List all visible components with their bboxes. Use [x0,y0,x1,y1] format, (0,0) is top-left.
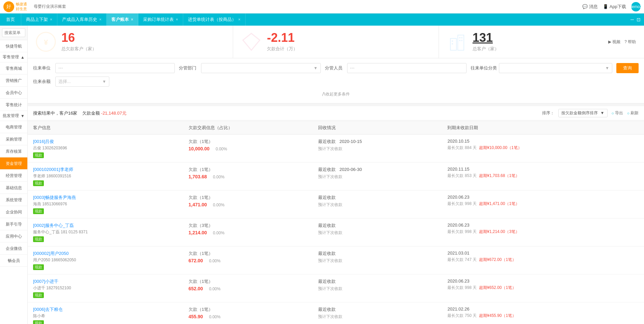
sidebar-item-retail-mgmt[interactable]: 零售管理 ▲ [0,52,27,62]
customer-name-3[interactable]: [0002]服务中心_丁磊 [33,223,178,229]
tab-product-shelf[interactable]: 商品上下架 × [21,13,57,26]
customer-name-2[interactable]: [0003]畅捷服务尹海燕 [33,195,178,201]
overdue-amount-3[interactable]: 超期¥1,214.00（3笔） [479,229,520,234]
video-action-btn[interactable]: ▶ 视频 [608,39,620,45]
tab-purchase-order-close[interactable]: × [176,17,178,22]
customer-tag-4: 现款 [33,264,44,270]
customer-phone-5: 小进千 18279152100 [33,285,178,291]
sidebar-item-sys-mgmt[interactable]: 系统管理 [0,194,27,206]
minimize-icon[interactable]: ─ [631,17,634,22]
sidebar-item-marketing[interactable]: 营销推广 [0,75,27,87]
sidebar-item-enterprise-wechat[interactable]: 企业微信 [0,242,27,255]
customer-name-4[interactable]: [000002]用户2050 [33,251,178,257]
cell-repay-status-2: 最近收款 预计下次收款 [313,190,442,218]
sidebar-item-basic-info[interactable]: 基础信息 [0,182,27,194]
overdue-amount-4[interactable]: 超期¥672.00（1笔） [479,257,516,262]
sidebar-item-inventory[interactable]: 库存核算 [0,145,27,157]
debt-amount-4[interactable]: 672.00 [189,258,203,263]
refresh-btn[interactable]: ○ 刷新 [627,110,639,116]
repay-date-4: 最近收款 [318,251,437,257]
customer-tag-1: 现款 [33,180,44,186]
sidebar-item-app-center[interactable]: 应用中心 [0,230,27,242]
sidebar-item-retail-stat[interactable]: 零售统计 [0,99,27,111]
stat-card-total-customers: 131 总客户（家） ▶ 视频 ? 帮助 [439,26,644,58]
sidebar-search-input[interactable] [2,28,25,37]
overdue-amount-5[interactable]: 超期¥652.00（1笔） [479,285,516,290]
repay-next-1: 预计下次收款 [318,174,437,180]
filter-input-person[interactable]: ··· [347,63,467,73]
svg-rect-7 [459,37,460,38]
overdue-amount-0[interactable]: 超期¥10,000.00（1笔） [479,145,522,150]
sidebar-item-vip-member[interactable]: 畅会员 [0,255,27,267]
tab-customer-account[interactable]: 客户账本 × [107,13,138,26]
sidebar-item-new-guide[interactable]: 新手引导 [0,218,27,230]
collapse-label: 收起更多条件 [326,91,350,97]
filter-input-dept[interactable]: ▼ [201,63,320,73]
debt-amount-2[interactable]: 1,471.00 [189,202,207,207]
search-button[interactable]: 查询 [616,63,639,73]
debt-count-0: 欠款（1笔） [189,139,308,145]
debt-amount-3[interactable]: 1,214.00 [189,230,207,235]
sidebar-item-purchase-mgmt[interactable]: 采购管理 [0,133,27,145]
tab-home[interactable]: 首页 [0,13,21,26]
filter-item-unit: 往来单位 ··· [33,63,175,73]
tab-product-history[interactable]: 产成品入库单历史 × [57,13,107,26]
tab-purchase-order[interactable]: 采购订单统计表 × [138,13,183,26]
overdue-days-1: 最长欠款 853 天 超期¥1,703.68（1笔） [447,173,639,179]
overdue-amount-1[interactable]: 超期¥1,703.68（1笔） [479,173,520,178]
filter-label-balance: 往来余额 [33,79,53,85]
overdue-amount-6[interactable]: 超期¥455.90（1笔） [479,313,516,318]
user-profile[interactable]: demo2 [631,2,641,11]
sidebar-item-fund-mgmt[interactable]: 资金管理 [0,157,27,170]
customer-tag-2: 现款 [33,208,44,214]
debt-amount-6[interactable]: 455.90 [189,314,203,319]
overdue-days-0: 最长欠款 884 天 超期¥10,000.00（1笔） [447,145,639,151]
help-action-btn[interactable]: ? 帮助 [624,39,636,45]
cell-overdue-date-5: 2020.06.23 最长欠款 998 天 超期¥652.00（1笔） [442,274,644,302]
tab-product-shelf-close[interactable]: × [50,17,52,22]
stat-icon-money: ¥ [36,32,56,52]
chevron-down-icon-unit-type: ▼ [605,66,609,70]
overdue-days-5: 最长欠款 998 天 超期¥652.00（1笔） [447,285,639,291]
sidebar-item-enterprise-coop[interactable]: 企业协同 [0,206,27,218]
customer-name-6[interactable]: [0006]去下粮仓 [33,306,178,313]
refresh-circle-icon: ○ [627,111,629,116]
filter-collapse-btn[interactable]: ⋀ 收起更多条件 [33,90,639,98]
tab-customer-account-close[interactable]: × [131,17,133,22]
sidebar-item-retail-mall[interactable]: 零售商城 [0,62,27,75]
maximize-icon[interactable]: ⊡ [637,17,641,22]
filter-ellipsis-person: ··· [350,65,355,71]
message-btn[interactable]: 💬 消息 [582,4,598,10]
cell-overdue-date-4: 2021.03.01 最长欠款 747 天 超期¥672.00（1笔） [442,246,644,274]
customer-phone-6: 陈小希 [33,313,178,319]
th-debt-info: 欠款交易信息（占比） [183,121,313,135]
filter-input-unit-type[interactable]: ▼ [499,63,612,73]
customer-name-0[interactable]: [0016]吕俊 [33,139,178,145]
tab-purchase-stat[interactable]: 进货单统计表（按商品） × [183,13,246,26]
tab-purchase-stat-close[interactable]: × [238,17,241,22]
cell-repay-status-1: 最近收款 2020-06-30 预计下次收款 [313,163,442,190]
overdue-date-4: 2021.03.01 [447,251,639,256]
customer-phone-1: 李老师 18600391516 [33,173,178,179]
sidebar-item-retail-mall-label: 零售商城 [2,66,25,71]
filter-input-unit[interactable]: ··· [55,63,175,73]
sidebar-item-ops-mgmt[interactable]: 经营管理 [0,170,27,182]
tab-product-history-close[interactable]: × [99,17,102,22]
cell-overdue-date-6: 2021.02.26 最长欠款 750 天 超期¥455.90（1笔） [442,302,644,324]
debt-amount-1[interactable]: 1,703.68 [189,174,207,179]
sidebar-item-batch-mgmt[interactable]: 批发管理 ▼ [0,111,27,121]
overdue-date-0: 2020.10.15 [447,139,639,144]
app-download-btn[interactable]: 📱 App下载 [603,4,626,10]
debt-amount-5[interactable]: 652.00 [189,286,203,291]
sidebar-item-ecommerce[interactable]: 电商管理 [0,121,27,133]
overdue-amount-2[interactable]: 超期¥1,471.00（1笔） [479,201,520,206]
export-btn[interactable]: ○ 导出 [612,110,623,116]
sidebar-item-quick-nav[interactable]: 快捷导航 [0,40,27,52]
customer-name-1[interactable]: [0001020001]李老师 [33,167,178,173]
customer-name-5[interactable]: [0007]小进千 [33,278,178,285]
sidebar-item-member-center[interactable]: 会员中心 [0,87,27,99]
stat-label-debt-customers: 总欠款客户（家） [61,46,225,52]
filter-input-balance[interactable]: 选择... ▼ [55,77,109,87]
sort-select[interactable]: 按欠款金额倒序排序 ▼ [558,109,607,117]
debt-amount-0[interactable]: 10,000.00 [189,146,209,151]
